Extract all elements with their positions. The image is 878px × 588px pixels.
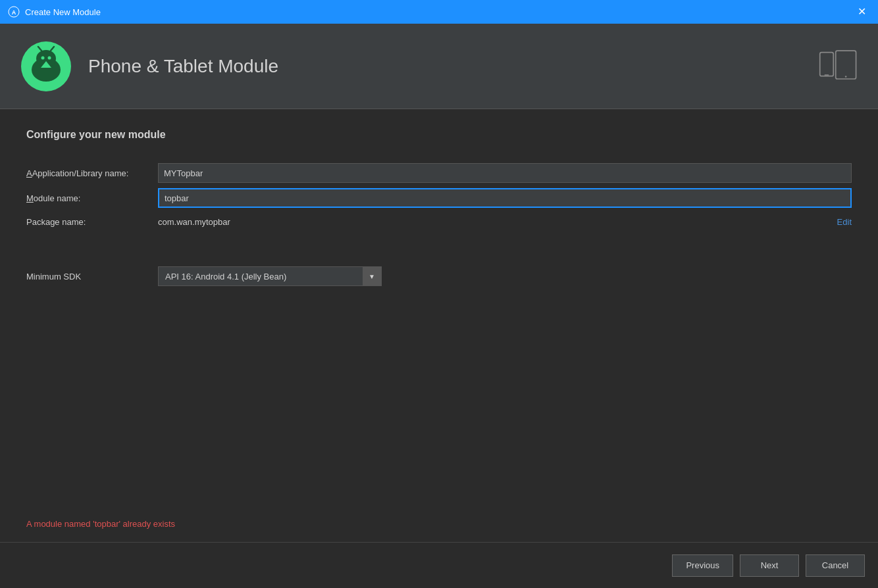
svg-rect-11 <box>825 74 829 76</box>
sdk-section: Minimum SDK API 16: Android 4.1 (Jelly B… <box>26 266 852 286</box>
svg-rect-10 <box>820 53 834 76</box>
section-title: Configure your new module <box>26 129 852 141</box>
header-banner: Phone & Tablet Module <box>0 24 878 109</box>
title-bar: A Create New Module ✕ <box>0 0 878 24</box>
module-name-label: Module name: <box>26 187 158 210</box>
android-logo <box>20 40 72 93</box>
edit-link[interactable]: Edit <box>837 217 852 227</box>
package-name-row: com.wan.mytopbar Edit <box>158 217 852 227</box>
min-sdk-label: Minimum SDK <box>26 272 138 282</box>
footer: Previous Next Cancel <box>0 542 878 588</box>
min-sdk-dropdown[interactable]: API 16: Android 4.1 (Jelly Bean) ▼ <box>158 266 382 286</box>
svg-point-5 <box>41 56 45 59</box>
cancel-button[interactable]: Cancel <box>806 554 865 577</box>
app-library-input[interactable] <box>158 163 852 183</box>
title-bar-text: Create New Module <box>25 7 101 17</box>
svg-text:A: A <box>12 9 16 16</box>
module-name-input[interactable] <box>158 188 852 208</box>
device-icons <box>819 49 858 84</box>
svg-rect-12 <box>836 51 856 79</box>
error-message: A module named 'topbar' already exists <box>26 519 175 529</box>
content-area: Configure your new module AApplication/L… <box>0 109 878 542</box>
close-button[interactable]: ✕ <box>854 5 870 18</box>
title-bar-left: A Create New Module <box>8 6 101 18</box>
android-studio-icon: A <box>8 6 20 18</box>
svg-point-6 <box>48 56 51 59</box>
header-title: Phone & Tablet Module <box>88 56 278 77</box>
app-library-label: AApplication/Library name: <box>26 162 158 185</box>
form-grid: AApplication/Library name: Module name: … <box>26 160 852 233</box>
min-sdk-value: API 16: Android 4.1 (Jelly Bean) <box>159 272 363 282</box>
package-name-label: Package name: <box>26 210 158 233</box>
next-button[interactable]: Next <box>740 554 799 577</box>
sdk-dropdown-btn[interactable]: ▼ <box>363 266 381 286</box>
svg-point-13 <box>845 76 847 78</box>
previous-button[interactable]: Previous <box>672 554 733 577</box>
package-name-value: com.wan.mytopbar <box>158 217 831 227</box>
